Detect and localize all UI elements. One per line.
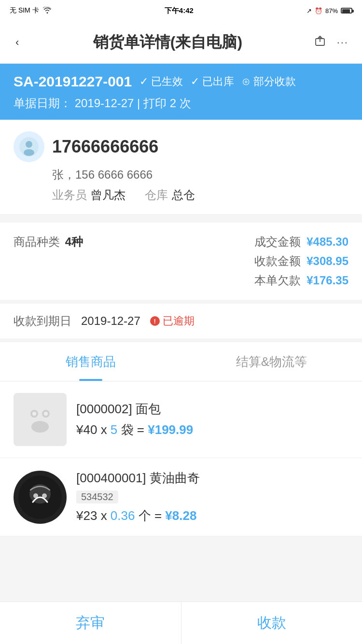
order-banner: SA-20191227-001 ✓ 已生效 ✓ 已出库 ⊙ 部分收款 单据日期：… — [0, 64, 362, 120]
sales-person: 曾凡杰 — [91, 187, 125, 203]
deal-amount-row: 成交金额 ¥485.30 — [254, 234, 348, 250]
svg-point-10 — [29, 484, 51, 504]
order-number: SA-20191227-001 — [14, 73, 132, 90]
unit-1: 袋 — [121, 422, 134, 437]
location-icon: ↗ — [306, 7, 312, 14]
product-name-1: [0000002] 面包 — [76, 401, 348, 418]
cancel-review-label: 弃审 — [76, 613, 105, 633]
product-title-1: 面包 — [136, 402, 161, 416]
svg-point-3 — [24, 149, 34, 156]
svg-point-8 — [44, 412, 48, 416]
owed-row: 本单欠款 ¥176.35 — [254, 273, 348, 288]
list-item: [000400001] 黄油曲奇 534532 ¥23 x 0.36 个 = ¥… — [0, 458, 362, 536]
customer-meta: 业务员 曾凡杰 仓库 总仓 — [14, 187, 348, 203]
total-value-2: ¥8.28 — [165, 508, 196, 523]
battery-percent: 87% — [325, 7, 338, 14]
tab-settlement[interactable]: 结算&物流等 — [181, 342, 362, 381]
badge-effective: ✓ 已生效 — [139, 74, 183, 89]
nav-actions: ··· — [313, 34, 350, 51]
unit-2: 个 — [139, 508, 151, 523]
qty-value-1: 5 — [111, 422, 117, 437]
carrier-text: 无 SIM 卡 — [10, 6, 39, 15]
product-types-count: 4种 — [65, 235, 83, 248]
due-label: 收款到期日 — [14, 313, 71, 329]
battery-icon — [341, 8, 352, 14]
share-button[interactable] — [313, 34, 327, 51]
product-name-2: [000400001] 黄油曲奇 — [76, 470, 348, 487]
status-right: ↗ ⏰ 87% — [306, 7, 352, 14]
svg-point-6 — [31, 421, 49, 433]
page-title: 销货单详情(来自电脑) — [93, 32, 242, 53]
svg-point-2 — [26, 141, 32, 148]
status-bar: 无 SIM 卡 下午4:42 ↗ ⏰ 87% — [0, 0, 362, 21]
tabs: 销售商品 结算&物流等 — [0, 342, 362, 381]
svg-point-11 — [33, 493, 38, 498]
product-details-1: [0000002] 面包 ¥40 x 5 袋 = ¥199.99 — [76, 401, 348, 438]
list-item: [0000002] 面包 ¥40 x 5 袋 = ¥199.99 — [0, 381, 362, 458]
product-price-2: ¥23 x 0.36 个 = ¥8.28 — [76, 507, 348, 524]
customer-id[interactable]: 17666666666 — [52, 137, 158, 157]
summary-section: 商品种类 4种 成交金额 ¥485.30 收款金额 ¥308.95 本单欠款 ¥… — [0, 223, 362, 304]
warehouse-value: 总仓 — [172, 187, 195, 203]
cancel-review-button[interactable]: 弃审 — [0, 602, 181, 644]
banner-date: 单据日期： 2019-12-27 | 打印 2 次 — [14, 96, 348, 111]
product-code-1: [0000002] — [76, 402, 132, 416]
tab-sales-products[interactable]: 销售商品 — [0, 342, 181, 381]
deal-amount-value: ¥485.30 — [306, 235, 348, 249]
price-value-2: ¥23 — [76, 508, 97, 523]
tab-sales-products-label: 销售商品 — [66, 353, 116, 370]
customer-contact: 张，156 6666 6666 — [14, 167, 348, 182]
product-details-2: [000400001] 黄油曲奇 534532 ¥23 x 0.36 个 = ¥… — [76, 470, 348, 524]
product-thumbnail-1 — [14, 393, 67, 446]
warehouse-label: 仓库 — [145, 187, 168, 203]
alarm-icon: ⏰ — [315, 7, 322, 14]
financial-summary: 成交金额 ¥485.30 收款金额 ¥308.95 本单欠款 ¥176.35 — [254, 234, 348, 288]
receive-payment-label: 收款 — [257, 613, 286, 633]
owed-value: ¥176.35 — [306, 274, 348, 287]
tab-indicator — [79, 379, 102, 381]
sales-label: 业务员 — [52, 187, 87, 203]
avatar — [14, 131, 44, 162]
banner-top: SA-20191227-001 ✓ 已生效 ✓ 已出库 ⊙ 部分收款 — [14, 73, 348, 90]
print-info: | 打印 2 次 — [137, 97, 191, 110]
product-types-label: 商品种类 — [14, 235, 60, 248]
wifi-icon — [43, 7, 52, 15]
products-section: [0000002] 面包 ¥40 x 5 袋 = ¥199.99 — [0, 381, 362, 536]
badge-partial-payment: ⊙ 部分收款 — [242, 74, 295, 89]
badge-shipped: ✓ 已出库 — [191, 74, 234, 89]
svg-point-7 — [32, 412, 36, 416]
qty-value-2: 0.36 — [111, 508, 135, 523]
more-button[interactable]: ··· — [335, 34, 350, 51]
received-row: 收款金额 ¥308.95 — [254, 253, 348, 269]
receive-payment-button[interactable]: 收款 — [181, 602, 362, 644]
tab-settlement-label: 结算&物流等 — [236, 353, 307, 370]
overdue-label: 已逾期 — [163, 314, 195, 328]
total-value-1: ¥199.99 — [148, 422, 193, 437]
customer-section: 17666666666 张，156 6666 6666 业务员 曾凡杰 仓库 总… — [0, 120, 362, 215]
date-label: 单据日期： — [14, 97, 71, 110]
order-date: 2019-12-27 — [75, 97, 134, 110]
due-date-value: 2019-12-27 — [81, 314, 140, 328]
status-left: 无 SIM 卡 — [10, 6, 52, 15]
product-price-1: ¥40 x 5 袋 = ¥199.99 — [76, 421, 348, 438]
time-display: 下午4:42 — [165, 6, 194, 15]
product-thumbnail-2 — [14, 471, 67, 524]
product-title-2: 黄油曲奇 — [150, 471, 200, 485]
product-types: 商品种类 4种 — [14, 234, 83, 288]
product-code-2: [000400001] — [76, 471, 146, 485]
back-button[interactable]: ‹ — [12, 32, 23, 53]
customer-top: 17666666666 — [14, 131, 348, 162]
received-value: ¥308.95 — [306, 254, 348, 268]
deal-amount-label: 成交金额 — [254, 234, 301, 250]
overdue-dot-icon: ! — [150, 316, 160, 326]
owed-label: 本单欠款 — [254, 273, 301, 288]
nav-bar: ‹ 销货单详情(来自电脑) ··· — [0, 21, 362, 64]
received-label: 收款金额 — [254, 253, 301, 269]
price-value-1: ¥40 — [76, 422, 97, 437]
product-tag-2: 534532 — [76, 490, 118, 504]
overdue-badge: ! 已逾期 — [150, 314, 195, 328]
due-section: 收款到期日 2019-12-27 ! 已逾期 — [0, 304, 362, 342]
bottom-action-bar: 弃审 收款 — [0, 602, 362, 644]
svg-point-12 — [42, 493, 47, 498]
